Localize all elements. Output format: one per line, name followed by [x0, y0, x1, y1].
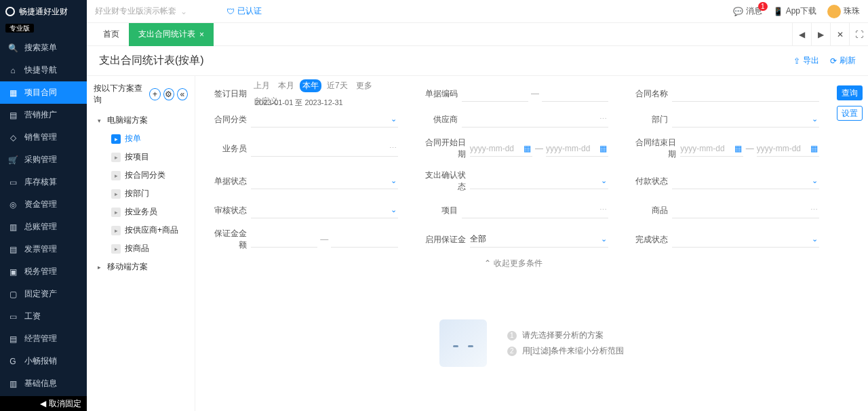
doc-no-from-input[interactable] — [462, 85, 528, 102]
label-contract-class: 合同分类 — [208, 114, 251, 125]
nav-item-13[interactable]: ▤经营管理 — [0, 328, 87, 350]
nav-item-12[interactable]: ▭工资 — [0, 305, 87, 328]
messages-button[interactable]: 💬 消息 1 — [733, 5, 762, 17]
start-date-to[interactable]: yyyy-mm-dd▦ — [546, 140, 608, 157]
nav-icon: ◇ — [8, 133, 18, 142]
contract-class-select[interactable]: ⌄ — [251, 111, 398, 128]
project-picker[interactable]: ⋯ — [462, 202, 609, 218]
end-date-from[interactable]: yyyy-mm-dd▦ — [680, 140, 743, 157]
unpin-button[interactable]: ◀ 取消固定 — [0, 396, 87, 411]
scheme-title: 按以下方案查询 — [94, 83, 144, 106]
tab-close-icon[interactable]: × — [199, 30, 204, 39]
sign-date-preset[interactable]: 本月 — [275, 79, 297, 92]
sign-date-preset[interactable]: 本年 — [300, 79, 321, 92]
contract-name-input[interactable] — [672, 85, 819, 102]
nav-item-1[interactable]: ⌂快捷导航 — [0, 59, 87, 81]
deposit-to-input[interactable] — [331, 231, 397, 248]
scheme-collapse-button[interactable]: « — [177, 88, 188, 100]
calendar-icon: ▦ — [734, 144, 742, 153]
enable-deposit-select[interactable]: 全部⌄ — [470, 231, 609, 248]
label-start-date: 合同开始日期 — [418, 137, 470, 160]
scheme-item-0-0[interactable]: ▸按单 — [91, 130, 191, 148]
nav-item-3[interactable]: ▤营销推广 — [0, 104, 87, 126]
nav-icon: ▥ — [8, 222, 18, 232]
end-date-to[interactable]: yyyy-mm-dd▦ — [757, 140, 819, 157]
nav-item-2[interactable]: ▦项目合同 — [0, 81, 87, 104]
nav-item-4[interactable]: ◇销售管理 — [0, 126, 87, 149]
nav-item-8[interactable]: ▥总账管理 — [0, 216, 87, 238]
supplier-picker[interactable]: ⋯ — [462, 111, 609, 128]
finish-status-select[interactable]: ⌄ — [672, 231, 819, 248]
query-button[interactable]: 查询 — [837, 85, 863, 100]
nav-icon: ⌂ — [8, 66, 18, 75]
sign-date-preset[interactable]: 近7天 — [324, 79, 351, 92]
action-bar: 查询 设置 — [831, 76, 868, 279]
scheme-item-icon: ▸ — [111, 189, 121, 199]
export-button[interactable]: ⇪导出 — [793, 55, 819, 66]
nav-item-10[interactable]: ▣税务管理 — [0, 260, 87, 283]
export-icon: ⇪ — [793, 56, 800, 66]
scheme-panel: 按以下方案查询 + ⚙ « ▾电脑端方案▸按单▸按项目▸按合同分类▸按部门▸按业… — [87, 76, 195, 411]
nav-item-7[interactable]: ◎资金管理 — [0, 193, 87, 216]
chevron-down-icon: ⌄ — [812, 176, 818, 185]
chevron-down-icon: ⌄ — [391, 206, 397, 214]
dept-select[interactable]: ⌄ — [672, 111, 819, 128]
tab-0[interactable]: 首页 — [94, 23, 129, 46]
topbar: 好业财专业版演示帐套 ⌄ 🛡 已认证 💬 消息 1 📱 App下载 — [87, 0, 868, 23]
scheme-group-0[interactable]: ▾电脑端方案 — [91, 111, 191, 130]
chevron-up-icon: ⌃ — [484, 258, 491, 268]
user-menu[interactable]: 珠珠 — [827, 5, 860, 18]
label-doc-no: 单据编码 — [418, 88, 462, 100]
sign-date-preset[interactable]: 上月 — [251, 79, 273, 92]
nav-item-9[interactable]: ▤发票管理 — [0, 238, 87, 260]
settings-button[interactable]: 设置 — [837, 106, 863, 121]
scheme-item-0-3[interactable]: ▸按部门 — [91, 184, 191, 203]
nav-item-14[interactable]: G小畅报销 — [0, 350, 87, 372]
chevron-down-icon: ⌄ — [180, 7, 187, 16]
scheme-item-0-6[interactable]: ▸按商品 — [91, 239, 191, 258]
tenant-selector[interactable]: 好业财专业版演示帐套 ⌄ — [95, 5, 217, 17]
confirm-status-select[interactable]: ⌄ — [470, 173, 609, 189]
sign-date-preset[interactable]: 更多 — [353, 79, 375, 92]
scheme-settings-button[interactable]: ⚙ — [163, 88, 174, 100]
tab-next-button[interactable]: ▶ — [811, 23, 830, 46]
nav-item-5[interactable]: 🛒采购管理 — [0, 149, 87, 171]
doc-no-to-input[interactable] — [542, 85, 608, 102]
deposit-from-input[interactable] — [251, 231, 317, 248]
more-icon: ⋯ — [810, 206, 818, 214]
tab-close-button[interactable]: ✕ — [830, 23, 849, 46]
salesman-picker[interactable]: ⋯ — [251, 140, 398, 157]
nav-item-11[interactable]: ▢固定资产 — [0, 283, 87, 305]
nav-icon: 🛒 — [8, 155, 18, 165]
nav-item-15[interactable]: ▥基础信息 — [0, 372, 87, 395]
nav-icon: ▦ — [8, 88, 18, 98]
label-end-date: 合同结束日期 — [629, 137, 680, 160]
collapse-filters-button[interactable]: ⌃ 收起更多条件 — [208, 251, 819, 272]
app-download-button[interactable]: 📱 App下载 — [773, 5, 816, 17]
tab-fullscreen-button[interactable]: ⛶ — [849, 23, 868, 46]
start-date-from[interactable]: yyyy-mm-dd▦ — [470, 140, 532, 157]
label-doc-status: 单据状态 — [208, 176, 251, 187]
tab-prev-button[interactable]: ◀ — [792, 23, 811, 46]
pay-status-select[interactable]: ⌄ — [672, 173, 819, 189]
nav-item-0[interactable]: 🔍搜索菜单 — [0, 37, 87, 59]
scheme-group-1[interactable]: ▸移动端方案 — [91, 258, 191, 276]
scheme-item-0-2[interactable]: ▸按合同分类 — [91, 166, 191, 184]
doc-status-select[interactable]: ⌄ — [251, 173, 398, 189]
scheme-item-0-1[interactable]: ▸按项目 — [91, 148, 191, 166]
nav-item-6[interactable]: ▭库存核算 — [0, 171, 87, 193]
tab-1[interactable]: 支出合同统计表× — [129, 23, 214, 46]
label-goods: 商品 — [629, 205, 672, 216]
scheme-add-button[interactable]: + — [149, 88, 160, 100]
sign-date-range-text: 2023-01-01 至 2023-12-31 — [255, 98, 343, 108]
label-audit-status: 审核状态 — [208, 205, 251, 216]
audit-status-select[interactable]: ⌄ — [251, 202, 398, 218]
shield-icon: 🛡 — [226, 7, 235, 16]
scheme-item-0-5[interactable]: ▸按供应商+商品 — [91, 221, 191, 239]
scheme-item-0-4[interactable]: ▸按业务员 — [91, 203, 191, 221]
nav-list: 🔍搜索菜单⌂快捷导航▦项目合同▤营销推广◇销售管理🛒采购管理▭库存核算◎资金管理… — [0, 37, 87, 396]
goods-picker[interactable]: ⋯ — [672, 202, 819, 218]
refresh-button[interactable]: ⟳刷新 — [830, 55, 856, 66]
calendar-icon: ▦ — [599, 144, 607, 153]
empty-illustration — [439, 319, 487, 367]
